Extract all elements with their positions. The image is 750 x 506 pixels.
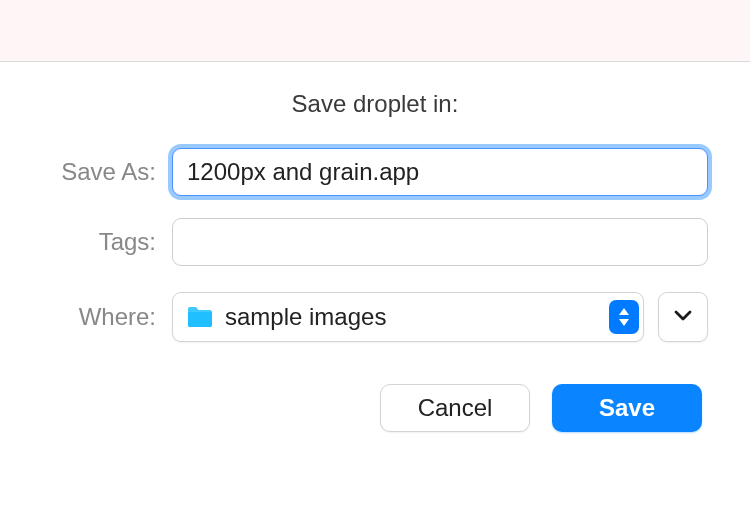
dialog-button-row: Cancel Save xyxy=(42,384,708,432)
expand-button[interactable] xyxy=(658,292,708,342)
save-as-input[interactable] xyxy=(172,148,708,196)
window-header-strip xyxy=(0,0,750,62)
tags-row: Tags: xyxy=(42,218,708,266)
cancel-button[interactable]: Cancel xyxy=(380,384,530,432)
chevron-down-icon xyxy=(673,308,693,326)
folder-icon xyxy=(185,305,215,329)
tags-input[interactable] xyxy=(172,218,708,266)
where-select[interactable]: sample images xyxy=(172,292,644,342)
where-row: Where: sample images xyxy=(42,292,708,342)
save-dialog: Save droplet in: Save As: Tags: Where: s… xyxy=(0,62,750,432)
save-button[interactable]: Save xyxy=(552,384,702,432)
tags-label: Tags: xyxy=(42,228,172,256)
where-folder-name: sample images xyxy=(225,303,609,331)
where-label: Where: xyxy=(42,303,172,331)
dialog-title: Save droplet in: xyxy=(42,90,708,118)
up-down-arrows-icon xyxy=(609,300,639,334)
save-as-row: Save As: xyxy=(42,148,708,196)
save-as-label: Save As: xyxy=(42,158,172,186)
